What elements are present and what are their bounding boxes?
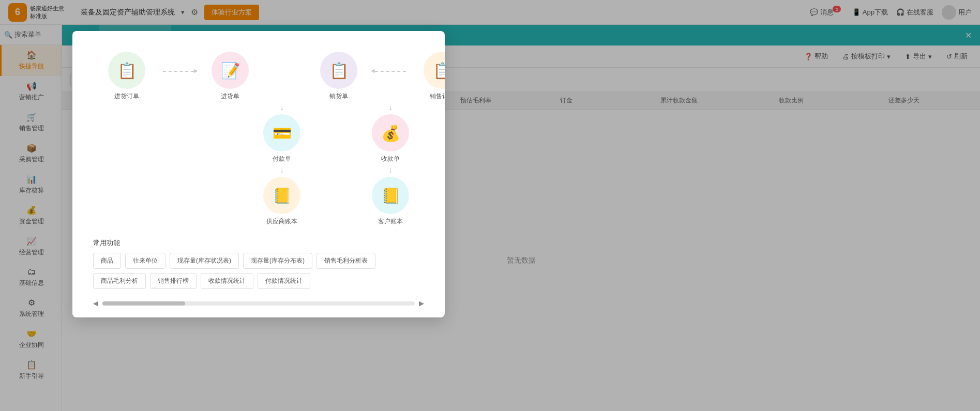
purchase-bill-icon: 📝 <box>221 62 240 80</box>
arrow-down-customer: ↓ <box>388 165 393 175</box>
common-btn-6[interactable]: 销售排行榜 <box>150 273 197 289</box>
common-btn-8[interactable]: 付款情况统计 <box>258 273 310 289</box>
app-wrapper: 6 畅康通好生意 标准版 装备及固定资产辅助管理系统 ▾ ⚙ 体验行业方案 💬 … <box>0 0 980 411</box>
purchase-bill-circle: 📝 <box>212 52 249 89</box>
payment-label: 付款单 <box>273 155 291 163</box>
sale-bill-label: 销货单 <box>329 92 348 101</box>
supplier-ledger-label: 供应商账本 <box>266 217 297 226</box>
sale-order-label: 销售订单 <box>430 92 445 101</box>
flow-purchase-order[interactable]: 📋 进货订单 <box>93 52 160 101</box>
flow-purchase-bill[interactable]: 📝 进货单 <box>197 52 264 101</box>
customer-ledger-label: 客户账本 <box>378 217 403 226</box>
scroll-thumb <box>102 301 185 306</box>
sale-bill-circle: 📋 <box>320 52 357 89</box>
common-btn-3[interactable]: 现存量(库存分布表) <box>243 253 312 269</box>
common-btn-0[interactable]: 商品 <box>93 253 121 269</box>
common-btn-4[interactable]: 销售毛利分析表 <box>316 253 375 269</box>
flow-receipt[interactable]: ↓ 💰 收款单 <box>357 103 424 163</box>
customer-ledger-icon: 📒 <box>381 187 400 205</box>
arrow-down-supplier: ↓ <box>280 165 284 175</box>
main-area: 🔍 搜索菜单 🏠 快捷导航 📢 营销推广 🛒 销售管理 📦 采购管理 📊 <box>0 25 980 411</box>
scroll-track[interactable] <box>102 301 415 306</box>
arrow-down-payment: ↓ <box>280 103 284 112</box>
flow-payment[interactable]: ↓ 💳 付款单 <box>248 103 315 163</box>
common-section: 常用功能 商品往来单位现存量(库存状况表)现存量(库存分布表)销售毛利分析表商品… <box>93 238 424 289</box>
common-section-title: 常用功能 <box>93 238 424 248</box>
sale-order-icon: 📋 <box>433 62 445 80</box>
receipt-icon: 💰 <box>381 124 400 142</box>
arrow-purchase-to-bill: ▶ <box>160 71 197 82</box>
receipt-label: 收款单 <box>381 155 400 163</box>
flow-supplier-ledger[interactable]: ↓ 📒 供应商账本 <box>248 165 315 226</box>
purchase-order-label: 进货订单 <box>114 92 139 101</box>
flow-sale-bill[interactable]: 📋 销货单 <box>305 52 372 101</box>
flow-customer-ledger[interactable]: ↓ 📒 客户账本 <box>357 165 424 226</box>
purchase-order-circle: 📋 <box>108 52 145 89</box>
purchase-bill-label: 进货单 <box>221 92 239 101</box>
payment-circle: 💳 <box>263 114 300 151</box>
arrow-sale-order-to-bill: ◀ <box>372 71 409 82</box>
customer-ledger-circle: 📒 <box>372 177 409 214</box>
scroll-area: ◀ ▶ <box>93 299 424 307</box>
modal-overlay[interactable]: 📋 进货订单 ▶ <box>62 25 980 411</box>
receipt-circle: 💰 <box>372 114 409 151</box>
common-btn-7[interactable]: 收款情况统计 <box>201 273 253 289</box>
supplier-ledger-icon: 📒 <box>273 187 292 205</box>
scroll-left-icon[interactable]: ◀ <box>93 299 98 307</box>
common-btn-1[interactable]: 往来单位 <box>125 253 165 269</box>
flow-sale-order[interactable]: 📋 销售订单 <box>409 52 445 101</box>
flow-modal: 📋 进货订单 ▶ <box>72 31 445 317</box>
common-buttons: 商品往来单位现存量(库存状况表)现存量(库存分布表)销售毛利分析表商品毛利分析销… <box>93 253 424 289</box>
sale-order-circle: 📋 <box>424 52 445 89</box>
payment-icon: 💳 <box>273 124 292 142</box>
common-btn-2[interactable]: 现存量(库存状况表) <box>170 253 239 269</box>
sale-bill-icon: 📋 <box>329 62 349 80</box>
common-btn-5[interactable]: 商品毛利分析 <box>93 273 146 289</box>
flow-diagram: 📋 进货订单 ▶ <box>93 52 424 226</box>
purchase-order-icon: 📋 <box>117 62 137 80</box>
arrow-down-receipt: ↓ <box>388 103 393 112</box>
content-area: 首页 销售订单执行表 ✕ ✕ ❓ 帮助 🖨 按模板打印 ▾ <box>62 25 980 411</box>
scroll-right-icon[interactable]: ▶ <box>419 299 424 307</box>
supplier-ledger-circle: 📒 <box>263 177 300 214</box>
